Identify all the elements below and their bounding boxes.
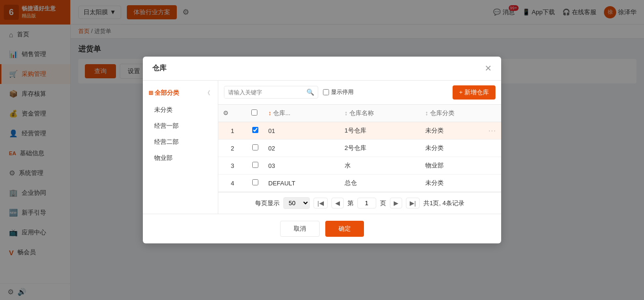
last-page-button[interactable]: ▶| — [406, 198, 420, 208]
th-name: ↕ 仓库名称 — [340, 105, 421, 122]
select-all-checkbox[interactable] — [251, 109, 257, 116]
modal-title: 仓库 — [152, 64, 166, 73]
row-checkbox[interactable] — [247, 140, 264, 157]
row-name: 水 — [340, 157, 421, 175]
table-row[interactable]: 4 DEFAULT 总仓 未分类 — [218, 175, 501, 192]
row-num: 3 — [218, 157, 247, 175]
per-page-label: 每页显示 — [255, 199, 280, 208]
table-row[interactable]: 1 01 1号仓库 未分类··· — [218, 122, 501, 140]
modal-header: 仓库 ✕ — [143, 57, 501, 81]
row-actions-icon[interactable]: ··· — [488, 127, 496, 134]
row-num: 2 — [218, 140, 247, 157]
row-checkbox[interactable] — [247, 175, 264, 192]
table-panel: 🔍 显示停用 + 新增仓库 ⚙ — [218, 81, 501, 214]
page-label: 第 — [347, 199, 354, 208]
category-item-unclassified[interactable]: 未分类 — [143, 102, 218, 118]
category-item-ops2[interactable]: 经营二部 — [143, 134, 218, 150]
row-checkbox[interactable] — [247, 157, 264, 175]
search-button[interactable]: 🔍 — [303, 86, 318, 98]
category-item-label: 物业部 — [154, 154, 173, 161]
row-category: 未分类··· — [421, 122, 501, 140]
modal-close-button[interactable]: ✕ — [485, 63, 492, 74]
category-item-label: 经营一部 — [154, 122, 179, 129]
row-name: 2号仓库 — [340, 140, 421, 157]
next-page-button[interactable]: ▶ — [390, 198, 402, 208]
search-input[interactable] — [224, 87, 303, 98]
modal-overlay: 仓库 ✕ ⊞ 全部分类 《 未分类 经营一部 — [0, 0, 644, 300]
table-toolbar: 🔍 显示停用 + 新增仓库 — [218, 81, 501, 105]
grid-icon: ⊞ — [149, 90, 155, 96]
show-disabled-label: 显示停用 — [323, 88, 354, 96]
table-scroll-area: ⚙ ↕ 仓库... ↕ — [218, 105, 501, 192]
row-num: 1 — [218, 122, 247, 140]
warehouse-modal: 仓库 ✕ ⊞ 全部分类 《 未分类 经营一部 — [143, 57, 501, 244]
category-item-ops1[interactable]: 经营一部 — [143, 118, 218, 134]
category-panel: ⊞ 全部分类 《 未分类 经营一部 经营二部 物业部 — [143, 81, 218, 214]
gear-col-icon[interactable]: ⚙ — [223, 109, 229, 117]
row-code: 02 — [264, 140, 340, 157]
row-num: 4 — [218, 175, 247, 192]
th-actions: ⚙ — [218, 105, 247, 122]
row-category: 未分类 — [421, 175, 501, 192]
sort-icon-name: ↕ — [345, 109, 349, 117]
confirm-button[interactable]: 确定 — [325, 221, 364, 237]
row-category: 物业部 — [421, 157, 501, 175]
row-checkbox[interactable] — [247, 122, 264, 140]
total-info: 共1页, 4条记录 — [423, 199, 464, 208]
page-input[interactable] — [357, 198, 376, 208]
row-code: 01 — [264, 122, 340, 140]
th-checkbox — [247, 105, 264, 122]
row-category: 未分类 — [421, 140, 501, 157]
add-warehouse-button[interactable]: + 新增仓库 — [453, 85, 495, 100]
row-name: 1号仓库 — [340, 122, 421, 140]
table-row[interactable]: 2 02 2号仓库 未分类 — [218, 140, 501, 157]
category-all[interactable]: ⊞ 全部分类 《 — [143, 84, 218, 102]
search-box: 🔍 — [224, 86, 318, 99]
modal-body: ⊞ 全部分类 《 未分类 经营一部 经营二部 物业部 — [143, 81, 501, 214]
th-category: ↕ 仓库分类 — [421, 105, 501, 122]
pagination: 每页显示 50 20 100 |◀ ◀ 第 页 ▶ ▶| 共1页, 4条记录 — [218, 192, 501, 214]
th-code: ↕ 仓库... — [264, 105, 340, 122]
row-name: 总仓 — [340, 175, 421, 192]
cancel-button[interactable]: 取消 — [280, 221, 320, 237]
sort-icon-cat: ↕ — [425, 109, 430, 117]
show-disabled-checkbox[interactable] — [323, 89, 329, 95]
warehouse-table: ⚙ ↕ 仓库... ↕ — [218, 105, 501, 192]
category-item-property[interactable]: 物业部 — [143, 150, 218, 166]
category-item-label: 未分类 — [154, 106, 173, 113]
sort-icon: ↕ — [268, 109, 273, 117]
row-code: DEFAULT — [264, 175, 340, 192]
per-page-select[interactable]: 50 20 100 — [283, 197, 310, 209]
show-disabled-text: 显示停用 — [331, 88, 354, 96]
category-collapse-button[interactable]: 《 — [203, 88, 212, 98]
prev-page-button[interactable]: ◀ — [331, 198, 344, 208]
category-all-label: 全部分类 — [155, 89, 179, 96]
category-item-label: 经营二部 — [154, 138, 179, 145]
row-code: 03 — [264, 157, 340, 175]
modal-footer: 取消 确定 — [143, 214, 501, 243]
table-row[interactable]: 3 03 水 物业部 — [218, 157, 501, 175]
first-page-button[interactable]: |◀ — [314, 198, 327, 208]
page-suffix: 页 — [380, 199, 386, 208]
